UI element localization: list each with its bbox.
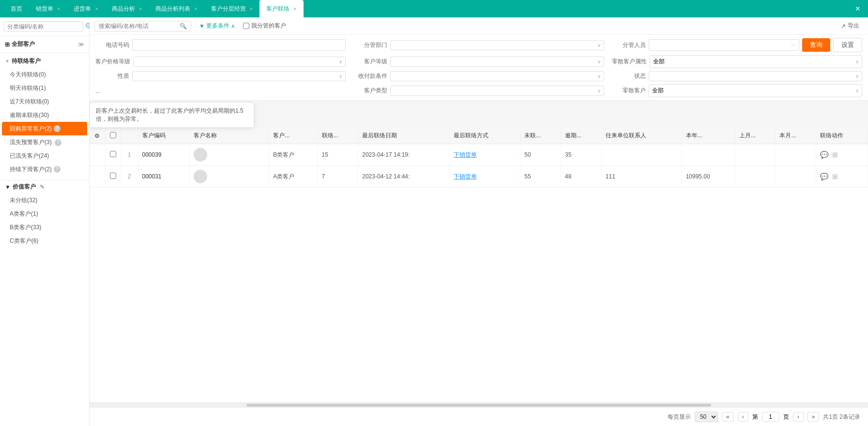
customer-type-select[interactable]: ∨: [390, 86, 604, 96]
status-select[interactable]: ∨: [649, 71, 862, 81]
select-all-checkbox[interactable]: [110, 132, 116, 138]
close-product-analysis-icon[interactable]: ×: [139, 6, 142, 12]
table-area[interactable]: ⚙ 客户编码 客户名称 客户... 联络... 最后联络日期 最后联络方式 未联…: [90, 128, 868, 402]
sidebar-item-7day-pending[interactable]: 近7天待联络(0): [0, 95, 89, 108]
th-action: 联络动作: [816, 128, 868, 144]
settings-icon[interactable]: ⚙: [94, 132, 100, 139]
close-customer-contact-icon[interactable]: ×: [293, 6, 296, 12]
setting-button[interactable]: 设置: [833, 38, 862, 52]
more-filters-link[interactable]: ...: [95, 88, 100, 94]
close-product-analysis-list-icon[interactable]: ×: [194, 6, 197, 12]
category-search-input[interactable]: [4, 21, 83, 32]
value-customers-group-title[interactable]: ▼ 价值客户 ✎: [0, 180, 89, 193]
grid-action-icon-1[interactable]: ⊞: [832, 151, 838, 159]
my-customers-checkbox-label[interactable]: 我分管的客户: [243, 22, 286, 30]
td-checkbox-2[interactable]: [105, 166, 121, 188]
close-sales-order-icon[interactable]: ×: [57, 6, 60, 12]
page-label: 第: [752, 413, 758, 421]
first-page-button[interactable]: «: [722, 412, 734, 422]
prev-page-button[interactable]: ‹: [738, 412, 748, 422]
edit-value-icon[interactable]: ✎: [40, 184, 45, 191]
td-last-method-1[interactable]: 下销货单: [450, 144, 520, 166]
person-select[interactable]: ···: [649, 39, 799, 51]
scroll-thumb[interactable]: [246, 404, 711, 407]
sidebar: 🔍 ⊞ 全部客户 ≫ ▼ 待联络客户 今天待联络(0) 明天待联络(1) 近7天…: [0, 17, 90, 426]
close-purchase-order-icon[interactable]: ×: [95, 6, 98, 12]
td-checkbox-1[interactable]: [105, 144, 121, 166]
table-header-row: ⚙ 客户编码 客户名称 客户... 联络... 最后联络日期 最后联络方式 未联…: [90, 128, 868, 144]
th-last-month: 上月...: [735, 128, 776, 144]
pending-contact-group-title[interactable]: ▼ 待联络客户: [0, 55, 89, 68]
filter-person: 分管人员 ··· 查询 设置: [612, 38, 862, 52]
per-page-select[interactable]: 50: [695, 411, 718, 422]
sidebar-item-class-b[interactable]: B类客户(33): [0, 220, 89, 234]
search-input[interactable]: [99, 23, 178, 29]
sidebar-item-overdue-pending[interactable]: 逾期未联络(30): [0, 108, 89, 122]
tab-customer-segmentation[interactable]: 客户分层经营 ×: [204, 0, 259, 17]
next-page-button[interactable]: ›: [793, 412, 804, 422]
horizontal-scrollbar[interactable]: [90, 402, 868, 407]
close-customer-seg-icon[interactable]: ×: [250, 6, 253, 12]
price-grade-select[interactable]: ∨: [133, 57, 346, 67]
info-icon: ?: [54, 125, 61, 132]
grid-action-icon-2[interactable]: ⊞: [832, 173, 838, 180]
td-this-month-1: [776, 144, 816, 166]
filter-rows: 电话号码 分管部门 ∨ 分管人员 ···: [95, 38, 862, 97]
sidebar-item-class-a[interactable]: A类客户(1): [0, 207, 89, 220]
tab-product-analysis-list[interactable]: 商品分析列表 ×: [149, 0, 204, 17]
scattered-attr-label: 零散客户属性: [612, 58, 647, 66]
dept-label: 分管部门: [353, 41, 387, 49]
tab-customer-contact[interactable]: 客户联络 ×: [259, 0, 303, 17]
row1-checkbox[interactable]: [110, 151, 116, 157]
th-checkbox[interactable]: [105, 128, 121, 144]
tab-sales-order[interactable]: 销货单 ×: [29, 0, 67, 17]
chevron-down-status: ∨: [855, 73, 859, 79]
last-method-link-1[interactable]: 下销货单: [454, 151, 477, 158]
tab-product-analysis[interactable]: 商品分析 ×: [105, 0, 149, 17]
filter-more-placeholder: ...: [95, 88, 346, 94]
td-name-2: [190, 166, 269, 188]
customer-grade-select[interactable]: ∨: [390, 57, 604, 67]
last-page-button[interactable]: »: [807, 412, 820, 422]
payment-select[interactable]: ∨: [390, 71, 604, 81]
page-number-input[interactable]: [762, 412, 779, 422]
scattered-customer-select[interactable]: 全部 ∨: [649, 84, 862, 97]
collapse-icon[interactable]: ≫: [78, 41, 84, 48]
tab-home[interactable]: 首页: [4, 0, 29, 17]
sidebar-item-class-c[interactable]: C类客户(6): [0, 234, 89, 248]
td-settings-2: [90, 166, 105, 188]
td-last-method-2[interactable]: 下销货单: [450, 166, 520, 188]
window-close-button[interactable]: ×: [851, 4, 864, 14]
sidebar-item-unclassified[interactable]: 未分组(32): [0, 193, 89, 207]
chat-icon-1[interactable]: 💬: [820, 151, 828, 159]
sidebar-item-today-pending[interactable]: 今天待联络(0): [0, 68, 89, 81]
export-button[interactable]: ↗ 导出: [837, 20, 863, 31]
filter-scattered-attr: 零散客户属性 全部 ∨: [612, 55, 862, 68]
row2-checkbox[interactable]: [110, 173, 116, 179]
td-code-2[interactable]: 000031: [138, 166, 190, 188]
dept-select[interactable]: ∨: [390, 40, 604, 50]
sidebar-item-already-lost[interactable]: 已流失客户(24): [0, 149, 89, 162]
td-code-1[interactable]: 000039: [138, 144, 190, 166]
sidebar-item-continuous-down[interactable]: 持续下滑客户(2) ?: [0, 162, 89, 176]
sidebar-item-tomorrow-pending[interactable]: 明天待联络(1): [0, 81, 89, 95]
scattered-attr-select[interactable]: 全部 ∨: [650, 55, 862, 68]
export-icon: ↗: [841, 23, 846, 29]
search-icon-filter[interactable]: 🔍: [180, 23, 187, 29]
phone-input[interactable]: [132, 39, 346, 51]
chat-icon-2[interactable]: 💬: [820, 173, 828, 180]
my-customers-checkbox[interactable]: [243, 23, 249, 29]
last-method-link-2[interactable]: 下销货单: [454, 173, 477, 180]
info-icon-lost: ?: [55, 139, 61, 146]
more-conditions-button[interactable]: ▼ 更多条件 ∧: [195, 20, 239, 31]
sidebar-item-lost-preview[interactable]: 流失预警客户(3) ?: [0, 135, 89, 149]
th-this-year: 本年...: [682, 128, 735, 144]
filter-row-1: 电话号码 分管部门 ∨ 分管人员 ···: [95, 38, 862, 52]
action-icons-2: 💬 ⊞: [820, 173, 864, 180]
th-settings[interactable]: ⚙: [90, 128, 105, 144]
main-layout: 🔍 ⊞ 全部客户 ≫ ▼ 待联络客户 今天待联络(0) 明天待联络(1) 近7天…: [0, 17, 868, 426]
sidebar-item-repurchase-abnormal[interactable]: 回购异常客户(2) ?: [2, 122, 87, 135]
tab-purchase-order[interactable]: 进货单 ×: [67, 0, 105, 17]
nature-select[interactable]: ∨: [132, 71, 346, 81]
query-button[interactable]: 查询: [802, 38, 830, 52]
